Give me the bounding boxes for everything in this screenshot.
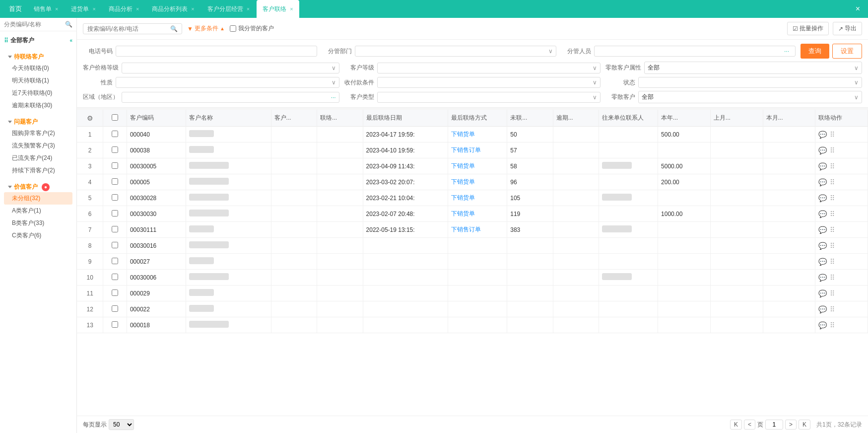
chat-icon[interactable]: 💬 xyxy=(818,305,827,313)
sidebar-item-class-c[interactable]: C类客户(6) xyxy=(4,229,72,242)
retail-attr-select[interactable]: 全部 ∨ xyxy=(644,62,862,74)
method-link[interactable]: 下销售订单 xyxy=(451,146,481,153)
cell-action[interactable]: 💬⠿ xyxy=(815,222,868,238)
close-sales-order-icon[interactable]: × xyxy=(55,6,58,12)
method-link[interactable]: 下销货单 xyxy=(451,210,475,217)
price-grade-select[interactable]: ∨ xyxy=(122,63,339,73)
grid-icon[interactable]: ⠿ xyxy=(830,274,835,282)
cell-action[interactable]: 💬⠿ xyxy=(815,206,868,222)
row-checkbox[interactable] xyxy=(112,321,118,328)
export-btn[interactable]: ↗ 导出 xyxy=(833,22,862,35)
cell-method[interactable] xyxy=(448,254,507,270)
cell-action[interactable]: 💬⠿ xyxy=(815,238,868,254)
tab-customer-tiered[interactable]: 客户分层经营 × xyxy=(201,0,256,18)
chat-icon[interactable]: 💬 xyxy=(818,242,827,250)
chat-icon[interactable]: 💬 xyxy=(818,131,827,139)
chat-icon[interactable]: 💬 xyxy=(818,178,827,186)
cell-method[interactable]: 下销售订单 xyxy=(448,143,507,158)
sidebar-item-tomorrow[interactable]: 明天待联络(1) xyxy=(4,74,72,87)
gender-select[interactable]: ∨ xyxy=(116,77,339,88)
grid-icon[interactable]: ⠿ xyxy=(830,210,835,218)
sidebar-item-class-b[interactable]: B类客户(33) xyxy=(4,217,72,229)
col-header-checkbox[interactable] xyxy=(103,110,127,127)
problem-group-label[interactable]: 问题客户 xyxy=(4,116,72,127)
cell-method[interactable] xyxy=(448,286,507,301)
close-customer-tiered-icon[interactable]: × xyxy=(247,6,250,12)
grid-icon[interactable]: ⠿ xyxy=(830,162,835,170)
grid-icon[interactable]: ⠿ xyxy=(830,226,835,234)
row-checkbox[interactable] xyxy=(112,146,118,153)
chat-icon[interactable]: 💬 xyxy=(818,321,827,329)
chat-icon[interactable]: 💬 xyxy=(818,226,827,234)
row-checkbox[interactable] xyxy=(112,194,118,201)
cell-checkbox[interactable] xyxy=(103,190,127,206)
cell-checkbox[interactable] xyxy=(103,158,127,174)
row-checkbox[interactable] xyxy=(112,289,118,296)
my-customers-check[interactable] xyxy=(230,25,236,32)
col-header-settings[interactable]: ⚙ xyxy=(77,110,103,127)
row-checkbox[interactable] xyxy=(112,258,118,264)
grid-icon[interactable]: ⠿ xyxy=(830,289,835,297)
chat-icon[interactable]: 💬 xyxy=(818,194,827,202)
method-link[interactable]: 下销售订单 xyxy=(451,226,481,233)
cell-action[interactable]: 💬⠿ xyxy=(815,270,868,286)
cell-checkbox[interactable] xyxy=(103,143,127,158)
gear-icon[interactable]: ⚙ xyxy=(87,114,93,122)
cell-method[interactable] xyxy=(448,270,507,286)
cell-action[interactable]: 💬⠿ xyxy=(815,127,868,143)
grid-icon[interactable]: ⠿ xyxy=(830,305,835,313)
home-tab[interactable]: 首页 xyxy=(4,4,27,13)
sidebar-item-churned[interactable]: 已流失客户(24) xyxy=(4,152,72,164)
cell-method[interactable]: 下销货单 xyxy=(448,158,507,174)
row-checkbox[interactable] xyxy=(112,210,118,216)
reset-btn[interactable]: 设置 xyxy=(832,44,862,59)
sidebar-item-week[interactable]: 近7天待联络(0) xyxy=(4,87,72,99)
select-all-checkbox[interactable] xyxy=(112,114,118,121)
cell-action[interactable]: 💬⠿ xyxy=(815,143,868,158)
first-page-btn[interactable]: K xyxy=(730,420,742,430)
row-checkbox[interactable] xyxy=(112,178,118,185)
sidebar-item-overdue[interactable]: 逾期未联络(30) xyxy=(4,99,72,112)
cell-checkbox[interactable] xyxy=(103,270,127,286)
grid-icon[interactable]: ⠿ xyxy=(830,178,835,186)
query-btn[interactable]: 查询 xyxy=(801,44,829,59)
pending-group-label[interactable]: 待联络客户 xyxy=(4,51,72,62)
payment-select[interactable]: ∨ xyxy=(377,77,601,88)
cell-checkbox[interactable] xyxy=(103,301,127,317)
tab-customer-contact[interactable]: 客户联络 × xyxy=(257,0,299,18)
tab-purchase-order[interactable]: 进货单 × xyxy=(65,0,101,18)
per-page-select[interactable]: 50 20 100 xyxy=(109,419,134,430)
cell-method[interactable]: 下销货单 xyxy=(448,190,507,206)
chat-icon[interactable]: 💬 xyxy=(818,162,827,170)
method-link[interactable]: 下销货单 xyxy=(451,178,475,185)
region-select[interactable]: ··· xyxy=(122,92,339,103)
phone-input[interactable] xyxy=(116,46,317,57)
cell-action[interactable]: 💬⠿ xyxy=(815,174,868,190)
close-purchase-order-icon[interactable]: × xyxy=(92,6,95,12)
cell-checkbox[interactable] xyxy=(103,174,127,190)
row-checkbox[interactable] xyxy=(112,242,118,248)
next-page-btn[interactable]: > xyxy=(785,420,797,430)
close-customer-contact-icon[interactable]: × xyxy=(290,6,293,12)
cell-action[interactable]: 💬⠿ xyxy=(815,158,868,174)
last-page-btn[interactable]: K xyxy=(799,420,810,430)
grid-icon[interactable]: ⠿ xyxy=(830,131,835,139)
prev-page-btn[interactable]: < xyxy=(744,420,755,430)
grid-icon[interactable]: ⠿ xyxy=(830,242,835,250)
region-more-icon[interactable]: ··· xyxy=(331,94,336,101)
cell-method[interactable] xyxy=(448,301,507,317)
grid-icon[interactable]: ⠿ xyxy=(830,321,835,329)
sidebar-item-unassigned[interactable]: 未分组(32) xyxy=(4,192,72,205)
tab-product-analysis-list[interactable]: 商品分析列表 × xyxy=(146,0,200,18)
cell-action[interactable]: 💬⠿ xyxy=(815,286,868,301)
retail-customer-select[interactable]: 全部 ∨ xyxy=(638,91,862,103)
cell-method[interactable]: 下销货单 xyxy=(448,127,507,143)
row-checkbox[interactable] xyxy=(112,131,118,137)
main-search-input[interactable] xyxy=(87,25,168,32)
row-checkbox[interactable] xyxy=(112,305,118,312)
person-more-icon[interactable]: ··· xyxy=(784,48,789,55)
sidebar-item-today[interactable]: 今天待联络(0) xyxy=(4,62,72,74)
row-checkbox[interactable] xyxy=(112,226,118,232)
top-nav-close-icon[interactable]: × xyxy=(852,4,864,13)
customer-type-select[interactable]: ∨ xyxy=(377,92,601,103)
